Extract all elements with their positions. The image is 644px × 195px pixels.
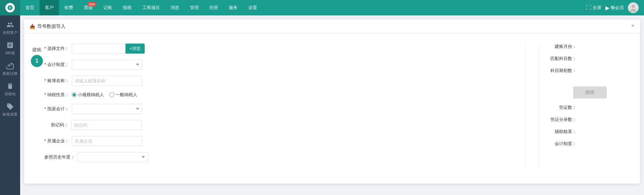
belong-enterprise-label: * 所属企业： — [44, 138, 69, 144]
nav-item-tickets[interactable]: 票据 new — [79, 0, 98, 15]
small-taxpayer-option[interactable]: 小规模纳税人 — [72, 92, 104, 98]
ledger-name-label: * 账簿名称： — [44, 78, 69, 84]
nav-item-home[interactable]: 首页 — [20, 0, 40, 15]
declare-icon — [6, 41, 14, 49]
sidebar-item-trash[interactable]: 回收站 — [1, 79, 19, 99]
memo-code-input[interactable] — [71, 120, 142, 130]
nav-item-tax[interactable]: 报税 — [117, 0, 137, 15]
nav-item-manage[interactable]: 管理 — [185, 0, 204, 15]
member-btn[interactable]: ▶ 畅会员 — [605, 5, 624, 11]
voucher-count-row: 凭证数： — [546, 105, 633, 111]
voucher-entries-label: 凭证分录数： — [546, 117, 577, 123]
belong-enterprise-input[interactable] — [72, 136, 142, 146]
subject-initial-label: 科目期初数： — [546, 68, 577, 74]
tags-icon — [6, 103, 14, 111]
svg-point-1 — [632, 5, 635, 8]
step-text: 建账 — [32, 47, 42, 53]
nav-item-operation[interactable]: 经营 — [204, 0, 224, 15]
avatar[interactable] — [628, 2, 639, 13]
voucher-entries-row: 凭证分录数： — [546, 117, 633, 123]
accounting-system-label: * 会计制度： — [44, 62, 69, 68]
logo[interactable] — [0, 0, 20, 15]
build-account-button[interactable]: 建账 — [573, 86, 607, 99]
tax-type-label: * 纳税性质： — [44, 92, 69, 98]
ledger-name-row: * 账簿名称： — [44, 76, 519, 86]
nav-items: 首页 客户 收费 票据 new 记账 报税 工商项目 消息 管理 经营 服务 设… — [20, 0, 586, 15]
file-text-input[interactable] — [72, 44, 126, 54]
right-accounting-system-row: 会计制度： — [546, 141, 633, 147]
file-label: * 选择文件： — [44, 46, 69, 52]
dialog: 📥 导爷数据导入 × 建账 1 * 选择文件： — [24, 19, 640, 184]
sidebar-item-tags[interactable]: 标签设置 — [1, 100, 19, 119]
file-input-wrap: +浏览 — [72, 44, 145, 54]
small-taxpayer-label: 小规模纳税人 — [78, 92, 104, 98]
sidebar-label-all-clients: 全部客户 — [3, 30, 17, 35]
tax-type-row: * 纳税性质： 小规模纳税人 一般纳税人 — [44, 92, 519, 98]
general-taxpayer-label: 一般纳税人 — [115, 92, 137, 98]
main-content: 📥 导爷数据导入 × 建账 1 * 选择文件： — [20, 15, 644, 195]
fullscreen-btn[interactable]: ⛶ 全屏 — [586, 5, 601, 11]
migrate-icon — [6, 62, 14, 70]
match-subjects-row: 匹配科目数： — [546, 56, 633, 62]
new-badge: new — [88, 2, 96, 6]
match-subjects-label: 匹配科目数： — [546, 56, 577, 62]
auxiliary-label: 辅助核算： — [546, 129, 577, 135]
reference-year-select[interactable] — [78, 152, 148, 162]
assigned-accountant-label: * 指派会计： — [44, 106, 69, 112]
nav-item-messages[interactable]: 消息 — [165, 0, 185, 15]
voucher-count-label: 凭证数： — [546, 105, 577, 111]
general-taxpayer-option[interactable]: 一般纳税人 — [109, 92, 137, 98]
nav-item-charges[interactable]: 收费 — [59, 0, 79, 15]
right-info-section: 建账月份： 匹配科目数： 科目期初数： 建账 — [539, 44, 633, 168]
all-clients-icon — [6, 21, 14, 29]
nav-item-service[interactable]: 服务 — [224, 0, 243, 15]
sidebar-label-declare: 0申报 — [5, 51, 15, 56]
nav-item-business[interactable]: 工商项目 — [137, 0, 165, 15]
ledger-name-input[interactable] — [72, 76, 142, 86]
tax-type-radio-group: 小规模纳税人 一般纳税人 — [72, 92, 137, 98]
build-month-row: 建账月份： — [546, 44, 633, 50]
reference-year-label: 参照历史年度： — [44, 154, 75, 160]
vertical-divider — [526, 44, 526, 168]
dialog-title: 导爷数据导入 — [37, 23, 65, 29]
sidebar-item-migrate[interactable]: 账套迁移 — [1, 59, 19, 78]
close-button[interactable]: × — [631, 23, 635, 29]
small-taxpayer-radio[interactable] — [72, 92, 77, 97]
browse-button[interactable]: +浏览 — [126, 44, 145, 54]
step-circle: 1 — [31, 55, 43, 67]
sidebar-label-migrate: 账套迁移 — [3, 71, 17, 76]
subject-initial-row: 科目期初数： — [546, 68, 633, 74]
reference-year-row: 参照历史年度： — [44, 152, 519, 162]
sidebar: 全部客户 0申报 账套迁移 回收站 标签设置 — [0, 15, 20, 195]
trash-icon — [6, 82, 14, 90]
memo-code-row: 助记码： — [44, 120, 519, 130]
right-accounting-system-label: 会计制度： — [546, 141, 577, 147]
step-label: 建账 1 — [31, 44, 43, 67]
nav-item-settings[interactable]: 设置 — [243, 0, 262, 15]
build-btn-wrap: 建账 — [546, 86, 633, 99]
sidebar-item-declare[interactable]: 0申报 — [1, 39, 19, 58]
memo-code-label: 助记码： — [44, 122, 68, 128]
build-month-label: 建账月份： — [546, 44, 577, 50]
auxiliary-row: 辅助核算： — [546, 129, 633, 135]
sidebar-label-trash: 回收站 — [5, 91, 16, 96]
assigned-accountant-row: * 指派会计： — [44, 104, 519, 114]
dialog-header: 📥 导爷数据导入 — [24, 19, 640, 34]
accounting-system-select[interactable] — [72, 60, 142, 70]
dialog-body: 建账 1 * 选择文件： +浏览 — [24, 34, 640, 175]
accounting-system-row: * 会计制度： — [44, 60, 519, 70]
sidebar-item-all-clients[interactable]: 全部客户 — [1, 18, 19, 37]
import-icon: 📥 — [30, 24, 35, 29]
assigned-accountant-select[interactable] — [72, 104, 142, 114]
nav-item-accounting[interactable]: 记账 — [98, 0, 117, 15]
sidebar-label-tags: 标签设置 — [3, 112, 17, 117]
nav-item-clients[interactable]: 客户 — [40, 0, 59, 15]
file-select-row: * 选择文件： +浏览 — [44, 44, 519, 54]
general-taxpayer-radio[interactable] — [109, 92, 114, 97]
nav-right: ⛶ 全屏 ▶ 畅会员 — [586, 2, 644, 13]
belong-enterprise-row: * 所属企业： — [44, 136, 519, 146]
form-area: * 选择文件： +浏览 * 会计制度： — [44, 44, 519, 168]
